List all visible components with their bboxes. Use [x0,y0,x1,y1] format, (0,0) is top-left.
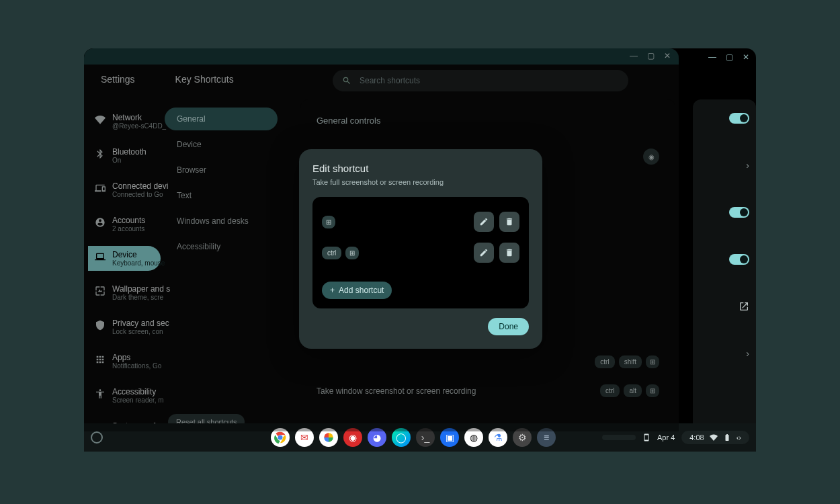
close-icon[interactable]: ✕ [743,52,749,62]
overview-key-icon: ⊞ [322,216,335,228]
toggle-switch[interactable] [729,113,749,124]
edit-button[interactable] [474,212,494,232]
toggle-switch[interactable] [729,207,749,218]
wifi-icon [710,433,718,442]
desktop: — ▢ ✕ › › — ▢ ✕ Settings Key Shortcuts S… [84,48,756,452]
shortcut-entry: ctrl ⊞ [322,237,519,268]
status-tray[interactable]: 4:08 ‹› [681,431,749,444]
dialog-title: Edit shortcut [312,163,529,174]
outer-window-controls: — ▢ ✕ [708,52,749,62]
dev-mode-icon: ‹› [737,433,741,442]
maximize-icon[interactable]: ▢ [726,52,733,62]
status-time: 4:08 [689,433,704,442]
pencil-icon [479,248,489,257]
overview-key-icon: ⊞ [345,247,359,259]
dialog-body: ⊞ ctrl ⊞ + [312,197,529,308]
delete-button[interactable] [499,212,519,232]
dialog-subtitle: Take full screenshot or screen recording [312,178,529,186]
shortcut-entry: ⊞ [322,206,519,237]
pencil-icon [479,217,489,226]
chevron-right-icon[interactable]: › [746,348,749,359]
open-external-icon[interactable] [739,301,749,312]
add-shortcut-button[interactable]: + Add shortcut [322,282,392,299]
settings-window: — ▢ ✕ Settings Key Shortcuts Search shor… [84,48,679,431]
status-date: Apr 4 [657,433,675,442]
launcher-button[interactable] [91,431,103,444]
delete-button[interactable] [499,243,519,263]
toggle-switch[interactable] [729,254,749,265]
edit-button[interactable] [474,243,494,263]
quick-settings-pill[interactable] [602,435,636,440]
battery-icon [723,433,731,442]
trash-icon [505,248,514,257]
trash-icon [505,217,514,226]
chevron-right-icon[interactable]: › [746,160,749,171]
svg-point-1 [278,435,283,440]
done-button[interactable]: Done [488,318,529,335]
plus-icon: + [330,286,335,295]
phone-icon[interactable] [642,433,650,442]
underlying-panel-peek: › › [693,99,756,431]
minimize-icon[interactable]: — [708,52,716,62]
edit-shortcut-dialog: Edit shortcut Take full screenshot or sc… [299,149,542,349]
status-area[interactable]: Apr 4 4:08 ‹› [602,431,749,444]
